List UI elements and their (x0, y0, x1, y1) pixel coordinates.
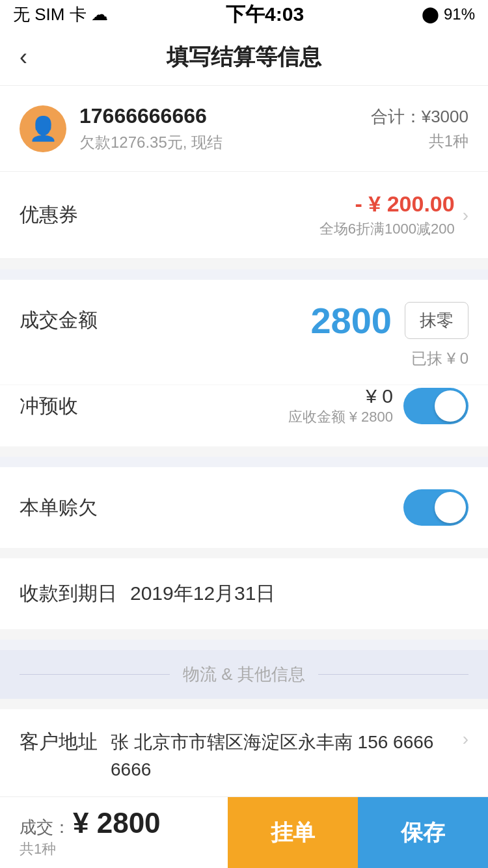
avatar-icon: 👤 (29, 115, 58, 142)
amount-label: 成交金额 (20, 307, 98, 334)
logistics-divider-section: 物流 & 其他信息 (0, 650, 488, 699)
nav-bar: ‹ 填写结算等信息 (0, 29, 488, 86)
duedate-value: 2019年12月31日 (130, 580, 275, 607)
address-section[interactable]: 客户地址 张 北京市市辖区海淀区永丰南 156 6666 6666 › (0, 709, 488, 803)
bottom-deal-label: 成交： (20, 816, 70, 839)
divider-gray-2 (0, 457, 488, 467)
amount-right: 2800 抹零 (310, 299, 468, 342)
customer-left: 👤 17666666666 欠款1276.35元, 现结 (20, 104, 223, 153)
bottom-bar: 成交： ¥ 2800 共1种 挂单 保存 (0, 796, 488, 868)
divider-line-right (318, 674, 468, 675)
coupon-right: - ¥ 200.00 全场6折满1000减200 › (319, 191, 468, 239)
coupon-chevron-icon: › (463, 205, 468, 226)
bottom-amount: ¥ 2800 (73, 807, 161, 839)
amount-value: 2800 (310, 299, 392, 342)
amount-row: 成交金额 2800 抹零 (0, 280, 488, 348)
divider-gray-3 (0, 640, 488, 650)
bottom-count: 共1种 (20, 839, 208, 859)
page-title: 填写结算等信息 (59, 42, 429, 72)
beqian-toggle[interactable] (403, 489, 468, 526)
save-button[interactable]: 保存 (358, 797, 488, 868)
chong-toggle[interactable] (403, 388, 468, 424)
duedate-label: 收款到期日 (20, 580, 117, 607)
customer-phone: 17666666666 (79, 104, 223, 128)
address-value: 张 北京市市辖区海淀区永丰南 156 6666 6666 (111, 729, 463, 783)
divider-gray-1 (0, 269, 488, 280)
status-time: 下午4:03 (226, 1, 304, 28)
coupon-label: 优惠券 (20, 202, 78, 228)
amount-sub: 已抹 ¥ 0 (0, 348, 488, 385)
status-left: 无 SIM 卡 ☁ (13, 3, 108, 26)
customer-section: 👤 17666666666 欠款1276.35元, 现结 合计：¥3000 共1… (0, 86, 488, 259)
status-bar: 无 SIM 卡 ☁ 下午4:03 ⬤ 91% (0, 0, 488, 29)
amount-section: 成交金额 2800 抹零 已抹 ¥ 0 冲预收 ¥ 0 应收金额 ¥ 2800 (0, 280, 488, 446)
round-button[interactable]: 抹零 (405, 302, 468, 339)
chong-main: ¥ 0 (288, 385, 393, 407)
address-chevron-icon: › (463, 729, 468, 750)
logistics-divider-text: 物流 & 其他信息 (183, 663, 305, 686)
duedate-section: 收款到期日 2019年12月31日 (0, 558, 488, 629)
battery-icon: ⬤ 91% (422, 5, 475, 23)
avatar: 👤 (20, 105, 66, 152)
chong-label: 冲预收 (20, 393, 78, 420)
divider-line-left (20, 674, 170, 675)
total-label: 合计：¥3000 (371, 105, 468, 128)
beqian-section: 本单赊欠 (0, 467, 488, 548)
address-label: 客户地址 (20, 729, 98, 755)
customer-row: 👤 17666666666 欠款1276.35元, 现结 合计：¥3000 共1… (0, 86, 488, 172)
coupon-value: - ¥ 200.00 (319, 191, 455, 217)
coupon-desc: 全场6折满1000减200 (319, 219, 455, 239)
chong-sub: 应收金额 ¥ 2800 (288, 407, 393, 427)
back-button[interactable]: ‹ (20, 44, 59, 71)
bottom-info: 成交： ¥ 2800 共1种 (0, 797, 228, 868)
total-count: 共1种 (371, 131, 468, 152)
customer-info: 17666666666 欠款1276.35元, 现结 (79, 104, 223, 153)
customer-right: 合计：¥3000 共1种 (371, 105, 468, 152)
pending-button[interactable]: 挂单 (228, 797, 358, 868)
coupon-row[interactable]: 优惠券 - ¥ 200.00 全场6折满1000减200 › (0, 172, 488, 259)
beqian-label: 本单赊欠 (20, 495, 98, 521)
chong-row: 冲预收 ¥ 0 应收金额 ¥ 2800 (0, 385, 488, 446)
coupon-info: - ¥ 200.00 全场6折满1000减200 (319, 191, 455, 239)
status-right: ⬤ 91% (422, 5, 475, 23)
chong-right: ¥ 0 应收金额 ¥ 2800 (288, 385, 468, 427)
customer-desc: 欠款1276.35元, 现结 (79, 132, 223, 153)
chong-amount: ¥ 0 应收金额 ¥ 2800 (288, 385, 393, 427)
sim-label: 无 SIM 卡 ☁ (13, 3, 108, 26)
